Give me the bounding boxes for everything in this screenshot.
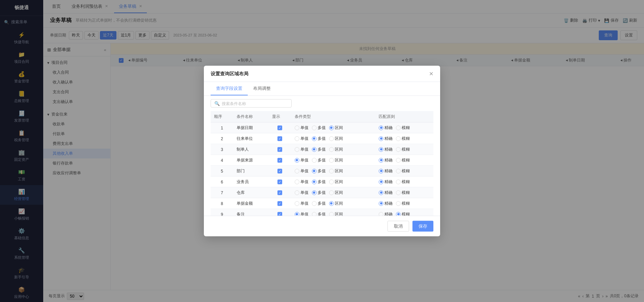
modal-close-btn[interactable]: ✕ bbox=[429, 71, 433, 77]
type-radio-多值-8[interactable]: 多值 bbox=[312, 201, 326, 206]
type-radio-多值-3[interactable]: 多值 bbox=[312, 147, 326, 152]
type-radio-区间-7[interactable]: 区间 bbox=[329, 190, 343, 196]
cell-match-3: 精确模糊 bbox=[375, 144, 433, 155]
modal-title: 设置查询区域布局 bbox=[211, 71, 248, 77]
match-circle-模糊-3 bbox=[396, 147, 401, 152]
type-radio-group-6: 单值多值区间 bbox=[295, 179, 372, 185]
match-radio-精确-8[interactable]: 精确 bbox=[379, 201, 393, 206]
cell-show-3 bbox=[269, 144, 291, 155]
type-radio-单值-3[interactable]: 单值 bbox=[295, 147, 308, 152]
type-radio-区间-4[interactable]: 区间 bbox=[329, 157, 343, 163]
type-radio-单值-9[interactable]: 单值 bbox=[295, 211, 308, 216]
radio-circle-区间-8 bbox=[329, 201, 334, 206]
type-radio-区间-1[interactable]: 区间 bbox=[329, 125, 343, 131]
match-radio-模糊-2[interactable]: 模糊 bbox=[396, 136, 410, 142]
tab-field-settings[interactable]: 查询字段设置 bbox=[211, 82, 248, 96]
type-radio-区间-3[interactable]: 区间 bbox=[329, 147, 343, 152]
radio-circle-单值-5 bbox=[295, 169, 299, 173]
match-radio-精确-4[interactable]: 精确 bbox=[379, 157, 393, 163]
cell-match-1: 精确模糊 bbox=[375, 122, 433, 133]
match-radio-group-9: 精确模糊 bbox=[379, 211, 430, 216]
match-radio-模糊-6[interactable]: 模糊 bbox=[396, 179, 410, 185]
settings-table-header-row: 顺序 条件名称 显示 条件类型 匹配原则 bbox=[211, 111, 433, 123]
tab-layout[interactable]: 布局调整 bbox=[248, 82, 276, 96]
match-radio-模糊-7[interactable]: 模糊 bbox=[396, 190, 410, 196]
radio-circle-多值-6 bbox=[312, 179, 317, 184]
modal-table-scroll: 顺序 条件名称 显示 条件类型 匹配原则 1单据日期单值多值区间精确模糊2往来单… bbox=[204, 111, 440, 216]
match-radio-精确-7[interactable]: 精确 bbox=[379, 190, 393, 196]
modal-search-input[interactable] bbox=[222, 101, 283, 106]
radio-circle-多值-1 bbox=[312, 125, 317, 130]
type-radio-单值-1[interactable]: 单值 bbox=[295, 125, 308, 131]
show-checkbox-9[interactable] bbox=[277, 212, 282, 216]
type-radio-多值-9[interactable]: 多值 bbox=[312, 211, 326, 216]
show-checkbox-1[interactable] bbox=[277, 125, 282, 130]
cancel-button[interactable]: 取消 bbox=[387, 221, 409, 232]
match-radio-精确-9[interactable]: 精确 bbox=[379, 211, 393, 216]
show-checkbox-5[interactable] bbox=[277, 169, 282, 173]
type-radio-group-3: 单值多值区间 bbox=[295, 147, 372, 152]
settings-row-8: 8单据金额单值多值区间精确模糊 bbox=[211, 198, 433, 209]
save-button[interactable]: 保存 bbox=[412, 221, 433, 232]
match-circle-精确-1 bbox=[379, 125, 383, 130]
match-radio-group-1: 精确模糊 bbox=[379, 125, 430, 131]
show-checkbox-2[interactable] bbox=[277, 136, 282, 141]
settings-row-5: 5部门单值多值区间精确模糊 bbox=[211, 166, 433, 176]
type-radio-区间-5[interactable]: 区间 bbox=[329, 168, 343, 174]
match-radio-模糊-5[interactable]: 模糊 bbox=[396, 168, 410, 174]
settings-row-9: 9备注单值多值区间精确模糊 bbox=[211, 209, 433, 216]
match-circle-模糊-8 bbox=[396, 201, 401, 206]
radio-circle-多值-8 bbox=[312, 201, 317, 206]
type-radio-多值-4[interactable]: 多值 bbox=[312, 157, 326, 163]
show-checkbox-6[interactable] bbox=[277, 179, 282, 184]
type-radio-单值-4[interactable]: 单值 bbox=[295, 157, 308, 163]
cell-name-1: 单据日期 bbox=[233, 122, 268, 133]
cell-type-8: 单值多值区间 bbox=[291, 198, 376, 209]
match-radio-精确-2[interactable]: 精确 bbox=[379, 136, 393, 142]
type-radio-单值-2[interactable]: 单值 bbox=[295, 136, 308, 142]
type-radio-多值-1[interactable]: 多值 bbox=[312, 125, 326, 131]
type-radio-区间-2[interactable]: 区间 bbox=[329, 136, 343, 142]
type-radio-区间-6[interactable]: 区间 bbox=[329, 179, 343, 185]
col-match: 匹配原则 bbox=[375, 111, 433, 123]
radio-circle-多值-3 bbox=[312, 147, 317, 152]
cell-match-8: 精确模糊 bbox=[375, 198, 433, 209]
radio-circle-多值-5 bbox=[312, 169, 317, 173]
type-radio-单值-7[interactable]: 单值 bbox=[295, 190, 308, 196]
cell-order-4: 4 bbox=[211, 155, 233, 166]
show-checkbox-8[interactable] bbox=[277, 201, 282, 206]
cell-name-7: 仓库 bbox=[233, 187, 268, 198]
match-radio-模糊-3[interactable]: 模糊 bbox=[396, 147, 410, 152]
type-radio-区间-9[interactable]: 区间 bbox=[329, 211, 343, 216]
match-radio-模糊-4[interactable]: 模糊 bbox=[396, 157, 410, 163]
show-checkbox-3[interactable] bbox=[277, 147, 282, 152]
show-checkbox-7[interactable] bbox=[277, 190, 282, 195]
radio-circle-单值-1 bbox=[295, 125, 299, 130]
match-radio-模糊-1[interactable]: 模糊 bbox=[396, 125, 410, 131]
match-radio-精确-6[interactable]: 精确 bbox=[379, 179, 393, 185]
cell-type-4: 单值多值区间 bbox=[291, 155, 376, 166]
match-radio-精确-1[interactable]: 精确 bbox=[379, 125, 393, 131]
modal-tabs: 查询字段设置 布局调整 bbox=[204, 82, 440, 96]
match-radio-模糊-9[interactable]: 模糊 bbox=[396, 211, 410, 216]
cell-order-5: 5 bbox=[211, 166, 233, 176]
type-radio-单值-5[interactable]: 单值 bbox=[295, 168, 308, 174]
col-name: 条件名称 bbox=[233, 111, 268, 123]
settings-row-3: 3制单人单值多值区间精确模糊 bbox=[211, 144, 433, 155]
match-radio-模糊-8[interactable]: 模糊 bbox=[396, 201, 410, 206]
match-circle-模糊-1 bbox=[396, 125, 401, 130]
match-radio-group-3: 精确模糊 bbox=[379, 147, 430, 152]
type-radio-多值-7[interactable]: 多值 bbox=[312, 190, 326, 196]
cell-show-7 bbox=[269, 187, 291, 198]
match-circle-精确-3 bbox=[379, 147, 383, 152]
show-checkbox-4[interactable] bbox=[277, 158, 282, 162]
match-radio-精确-3[interactable]: 精确 bbox=[379, 147, 393, 152]
type-radio-多值-6[interactable]: 多值 bbox=[312, 179, 326, 185]
cell-type-9: 单值多值区间 bbox=[291, 209, 376, 216]
type-radio-多值-5[interactable]: 多值 bbox=[312, 168, 326, 174]
type-radio-区间-8[interactable]: 区间 bbox=[329, 201, 343, 206]
type-radio-多值-2[interactable]: 多值 bbox=[312, 136, 326, 142]
match-radio-精确-5[interactable]: 精确 bbox=[379, 168, 393, 174]
type-radio-单值-6[interactable]: 单值 bbox=[295, 179, 308, 185]
type-radio-单值-8[interactable]: 单值 bbox=[295, 201, 308, 206]
